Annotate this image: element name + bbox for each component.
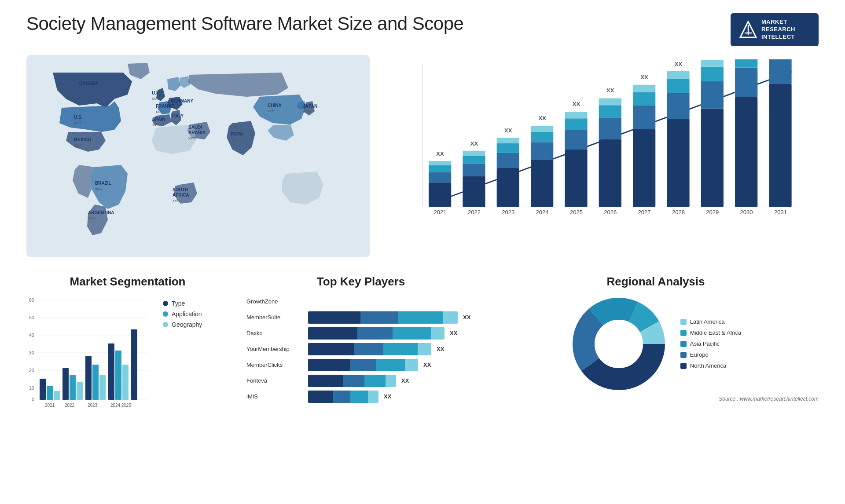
svg-text:SPAIN: SPAIN	[152, 117, 165, 122]
svg-text:60: 60	[29, 297, 34, 303]
legend-type: Type	[163, 300, 202, 307]
svg-rect-66	[565, 118, 587, 130]
svg-text:ARABIA: ARABIA	[188, 130, 206, 135]
svg-rect-85	[667, 71, 689, 79]
legend-dot-geography	[163, 322, 168, 327]
player-name-membersuite: MemberSuite	[246, 314, 304, 321]
svg-rect-117	[40, 379, 46, 400]
logo: MARKET RESEARCH INTELLECT	[731, 13, 819, 46]
svg-text:XX: XX	[640, 73, 648, 80]
svg-rect-67	[565, 112, 587, 118]
world-map-container: CANADA xx% U.S. xx% MEXICO xx% U.K. xx% …	[26, 55, 370, 257]
svg-rect-42	[429, 165, 451, 172]
dot-asia-pacific	[680, 341, 687, 347]
svg-text:40: 40	[29, 332, 34, 338]
svg-text:XX: XX	[504, 127, 512, 134]
growth-bar-chart: XX 2021 XX 2022 XX 2023	[396, 59, 810, 240]
legend-north-america: North America	[680, 362, 741, 369]
svg-text:2029: 2029	[706, 209, 719, 215]
svg-text:xx%: xx%	[173, 198, 180, 203]
svg-text:U.S.: U.S.	[74, 115, 83, 120]
svg-rect-70	[599, 139, 621, 207]
header: Society Management Software Market Size …	[26, 13, 819, 46]
svg-text:xx%: xx%	[171, 104, 178, 109]
player-name-growthzone: GrowthZone	[246, 298, 304, 305]
player-bar-fonteva: XX	[308, 375, 475, 387]
svg-text:2027: 2027	[638, 209, 651, 215]
svg-text:xx%: xx%	[95, 187, 103, 191]
svg-rect-78	[633, 92, 655, 105]
svg-text:AFRICA: AFRICA	[173, 193, 189, 197]
svg-rect-95	[735, 67, 757, 97]
svg-rect-122	[70, 375, 76, 400]
segmentation-title: Market Segmentation	[26, 275, 229, 289]
svg-rect-65	[565, 130, 587, 150]
players-list: GrowthZone MemberSuite XX	[242, 296, 480, 403]
svg-rect-77	[633, 105, 655, 129]
player-name-memberclicks: MemberClicks	[246, 362, 304, 368]
svg-rect-89	[701, 81, 724, 108]
legend-dot-application	[163, 311, 168, 317]
players-title: Top Key Players	[242, 275, 480, 289]
svg-text:XX: XX	[675, 61, 683, 67]
svg-rect-127	[99, 375, 106, 400]
svg-rect-46	[463, 176, 485, 207]
player-name-imis: iMIS	[246, 393, 304, 400]
svg-text:20: 20	[29, 368, 34, 373]
svg-rect-90	[701, 66, 724, 81]
svg-rect-72	[599, 105, 621, 117]
svg-rect-94	[735, 97, 757, 207]
svg-rect-48	[463, 156, 485, 164]
player-bar-daxko: XX	[308, 327, 475, 340]
svg-rect-126	[92, 365, 99, 400]
svg-text:2023: 2023	[88, 403, 98, 408]
svg-text:MEXICO: MEXICO	[74, 137, 92, 142]
world-map: CANADA xx% U.S. xx% MEXICO xx% U.K. xx% …	[26, 55, 370, 257]
svg-text:xx%: xx%	[74, 121, 81, 125]
svg-rect-79	[633, 84, 655, 92]
svg-rect-41	[429, 172, 451, 182]
svg-text:XX: XX	[606, 87, 614, 93]
svg-rect-64	[565, 150, 587, 207]
svg-rect-91	[701, 60, 724, 67]
source-text: Source : www.marketresearchintellect.com	[493, 396, 819, 402]
svg-rect-130	[115, 351, 121, 400]
legend-europe: Europe	[680, 351, 741, 358]
player-bar-yourmembership: XX	[308, 343, 475, 355]
svg-text:2024: 2024	[536, 209, 549, 215]
svg-text:JAPAN: JAPAN	[303, 104, 317, 109]
svg-text:SOUTH: SOUTH	[173, 187, 188, 192]
svg-rect-83	[667, 93, 689, 119]
svg-text:2023: 2023	[502, 209, 514, 215]
svg-rect-53	[497, 153, 519, 168]
page-title: Society Management Software Market Size …	[26, 13, 463, 34]
svg-text:xx%: xx%	[152, 123, 160, 127]
svg-text:xx%: xx%	[152, 96, 159, 101]
player-bar-membersuite: XX	[308, 311, 475, 324]
player-bar-imis: XX	[308, 391, 475, 403]
svg-rect-60	[531, 132, 553, 142]
svg-rect-100	[769, 59, 791, 84]
svg-text:XX: XX	[436, 150, 444, 157]
svg-text:BRAZIL: BRAZIL	[95, 181, 111, 186]
dot-latin-america	[680, 319, 687, 325]
player-row-membersuite: MemberSuite XX	[246, 311, 475, 324]
svg-rect-123	[77, 382, 83, 400]
svg-text:2026: 2026	[604, 209, 617, 215]
svg-text:2028: 2028	[672, 209, 685, 215]
player-name-yourmembership: YourMembership	[246, 346, 304, 352]
svg-text:XX: XX	[573, 101, 580, 107]
svg-text:ARGENTINA: ARGENTINA	[88, 210, 114, 215]
svg-rect-131	[122, 365, 129, 400]
svg-text:xx%: xx%	[303, 110, 310, 114]
svg-text:ITALY: ITALY	[172, 113, 184, 118]
svg-rect-54	[497, 143, 519, 153]
svg-rect-55	[497, 138, 519, 143]
svg-rect-73	[599, 98, 621, 105]
growth-chart-container: XX 2021 XX 2022 XX 2023	[387, 55, 819, 257]
regional-legend: Latin America Middle East & Africa Asia …	[680, 318, 741, 369]
page-container: Society Management Software Market Size …	[0, 0, 845, 504]
svg-text:CHINA: CHINA	[268, 103, 282, 108]
segmentation-legend: Type Application Geography	[158, 300, 202, 328]
svg-rect-47	[463, 164, 485, 176]
